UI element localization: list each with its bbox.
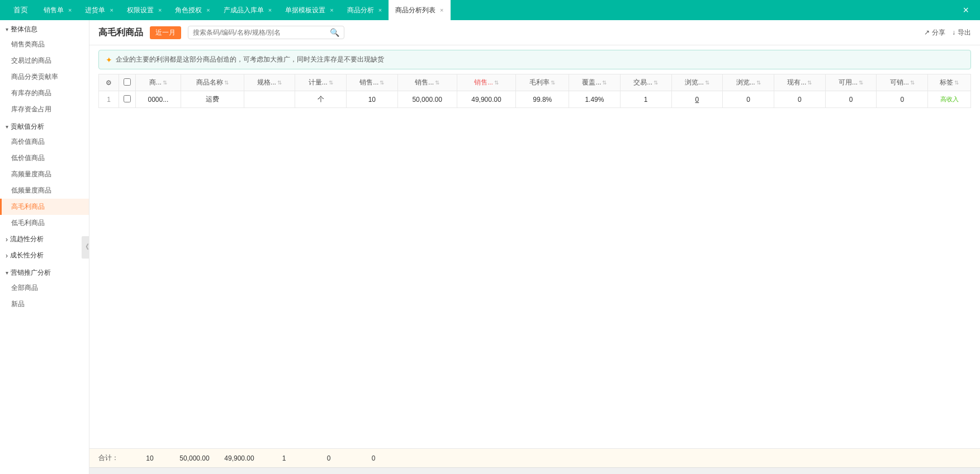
nav-home[interactable]: 首页	[4, 0, 37, 20]
nav-stock-in-close[interactable]: ×	[268, 7, 272, 13]
arrow-right-icon-2: ›	[6, 252, 8, 260]
sidebar-group-overall[interactable]: ▾ 整体信息	[0, 20, 89, 36]
footer-sales-profit: 49,900.00	[217, 454, 262, 462]
col-sales-qty[interactable]: 销售...⇅	[346, 74, 397, 91]
goods-table: ⚙ 商...⇅ 商品名称⇅ 规格...⇅ 计量...⇅ 销售...⇅ 销售...…	[98, 74, 971, 108]
search-box[interactable]: 🔍	[188, 26, 344, 39]
footer-values: 10 50,000.00 49,900.00 1 0 0	[127, 454, 971, 462]
row-checkbox-cell[interactable]	[119, 91, 136, 108]
sidebar-item-goods-contrib[interactable]: 商品分类贡献率	[0, 69, 89, 85]
sidebar-item-low-value[interactable]: 低价值商品	[0, 150, 89, 166]
sidebar-item-low-profit[interactable]: 低毛利商品	[0, 215, 89, 231]
arrow-down-icon: ▾	[6, 26, 8, 32]
sidebar-item-high-value[interactable]: 高价值商品	[0, 134, 89, 150]
sidebar: 《 ▾ 整体信息 销售类商品 交易过的商品 商品分类贡献率 有库存的商品 库存资…	[0, 20, 89, 474]
col-sales-amount[interactable]: 销售...⇅	[397, 74, 457, 91]
col-sales-profit[interactable]: 销售...⇅	[457, 74, 516, 91]
sidebar-item-stock-ratio[interactable]: 库存资金占用	[0, 101, 89, 118]
row-browse2: 0	[723, 91, 774, 108]
close-all-tabs-button[interactable]: ×	[956, 4, 976, 16]
content-header: 高毛利商品 近一月 🔍 ↗ 分享 ↓ 导出	[89, 20, 980, 45]
sidebar-item-high-profit[interactable]: 高毛利商品	[0, 199, 89, 215]
col-saleable[interactable]: 可销...⇅	[877, 74, 928, 91]
col-browse2[interactable]: 浏览...⇅	[723, 74, 774, 91]
sidebar-group-marketing[interactable]: ▾ 营销推广分析	[0, 264, 89, 280]
row-sales-profit: 49,900.00	[457, 91, 516, 108]
col-code[interactable]: 商...⇅	[136, 74, 181, 91]
row-trade: 1	[620, 91, 671, 108]
nav-purchase-close[interactable]: ×	[110, 7, 113, 13]
share-icon: ↗	[924, 29, 930, 36]
col-cover[interactable]: 覆盖...⇅	[569, 74, 621, 91]
nav-goods-analysis-close[interactable]: ×	[378, 7, 382, 13]
page-title: 高毛利商品	[98, 27, 143, 39]
sidebar-item-sales-goods[interactable]: 销售类商品	[0, 36, 89, 53]
col-browse1[interactable]: 浏览...⇅	[671, 74, 723, 91]
row-available: 0	[825, 91, 877, 108]
info-banner: ✦ 企业的主要的利润都是这部分商品创造的，可考虑加大推广，同时关注库存是不要出现…	[98, 50, 971, 69]
row-name: 运费	[181, 91, 244, 108]
footer-sales-qty: 10	[127, 454, 172, 462]
sidebar-item-new-goods[interactable]: 新品	[0, 296, 89, 312]
nav-goods-analysis[interactable]: 商品分析 ×	[340, 0, 389, 20]
search-icon[interactable]: 🔍	[330, 28, 339, 37]
nav-stock-in[interactable]: 产成品入库单 ×	[217, 0, 278, 20]
nav-sales-close[interactable]: ×	[68, 7, 72, 13]
content-area: 高毛利商品 近一月 🔍 ↗ 分享 ↓ 导出 ✦ 企业的主要的利润都是这部分商品创…	[89, 20, 980, 474]
footer-sales-amount: 50,000.00	[172, 454, 217, 462]
table-footer: 合计： 10 50,000.00 49,900.00 1 0 0	[89, 448, 980, 467]
col-spec[interactable]: 规格...⇅	[244, 74, 295, 91]
col-unit[interactable]: 计量...⇅	[295, 74, 347, 91]
row-gross-rate: 99.8%	[516, 91, 569, 108]
sidebar-group-trend[interactable]: › 流趋性分析	[0, 231, 89, 247]
sidebar-collapse-button[interactable]: 《	[82, 236, 89, 259]
nav-role[interactable]: 角色授权 ×	[168, 0, 216, 20]
nav-goods-analysis-list-close[interactable]: ×	[440, 7, 443, 13]
col-checkbox[interactable]	[119, 74, 136, 91]
col-available[interactable]: 可用...⇅	[825, 74, 877, 91]
sidebar-item-all-goods[interactable]: 全部商品	[0, 280, 89, 296]
row-tag: 高收入	[928, 91, 971, 108]
export-icon: ↓	[952, 29, 955, 36]
nav-permission-close[interactable]: ×	[158, 7, 162, 13]
nav-goods-analysis-list[interactable]: 商品分析列表 ×	[389, 0, 450, 20]
table-container[interactable]: ⚙ 商...⇅ 商品名称⇅ 规格...⇅ 计量...⇅ 销售...⇅ 销售...…	[89, 74, 980, 448]
sidebar-item-inventory-goods[interactable]: 有库存的商品	[0, 85, 89, 101]
filter-period-button[interactable]: 近一月	[150, 26, 181, 39]
footer-trade: 1	[262, 454, 306, 462]
row-unit: 个	[295, 91, 347, 108]
search-input[interactable]	[193, 29, 328, 36]
row-checkbox[interactable]	[124, 95, 131, 102]
footer-available: 0	[351, 454, 396, 462]
col-name[interactable]: 商品名称⇅	[181, 74, 244, 91]
row-code: 0000...	[136, 91, 181, 108]
col-settings[interactable]: ⚙	[99, 74, 119, 91]
horizontal-scrollbar[interactable]	[89, 467, 980, 474]
sidebar-group-profit[interactable]: ▾ 贡献值分析	[0, 118, 89, 134]
nav-template[interactable]: 单据模板设置 ×	[278, 0, 340, 20]
nav-template-close[interactable]: ×	[330, 7, 333, 13]
header-actions: ↗ 分享 ↓ 导出	[924, 28, 971, 37]
sidebar-group-growth[interactable]: › 成长性分析	[0, 247, 89, 264]
nav-sales[interactable]: 销售单 ×	[37, 0, 78, 20]
export-button[interactable]: ↓ 导出	[952, 28, 971, 37]
col-gross-rate[interactable]: 毛利率⇅	[516, 74, 569, 91]
footer-label: 合计：	[98, 453, 119, 463]
col-trade[interactable]: 交易...⇅	[620, 74, 671, 91]
sidebar-item-low-freq[interactable]: 低频量度商品	[0, 182, 89, 199]
nav-permission[interactable]: 权限设置 ×	[120, 0, 168, 20]
col-current[interactable]: 现有...⇅	[774, 74, 826, 91]
select-all-checkbox[interactable]	[124, 78, 131, 86]
row-spec	[244, 91, 295, 108]
col-tag[interactable]: 标签⇅	[928, 74, 971, 91]
row-num: 1	[99, 91, 119, 108]
sidebar-item-traded-goods[interactable]: 交易过的商品	[0, 53, 89, 69]
footer-current: 0	[306, 454, 351, 462]
sidebar-item-high-freq[interactable]: 高频量度商品	[0, 166, 89, 182]
nav-role-close[interactable]: ×	[206, 7, 210, 13]
nav-purchase[interactable]: 进货单 ×	[78, 0, 120, 20]
info-icon: ✦	[106, 55, 112, 64]
row-cover: 1.49%	[569, 91, 621, 108]
row-browse1[interactable]: 0	[671, 91, 723, 108]
share-button[interactable]: ↗ 分享	[924, 28, 945, 37]
